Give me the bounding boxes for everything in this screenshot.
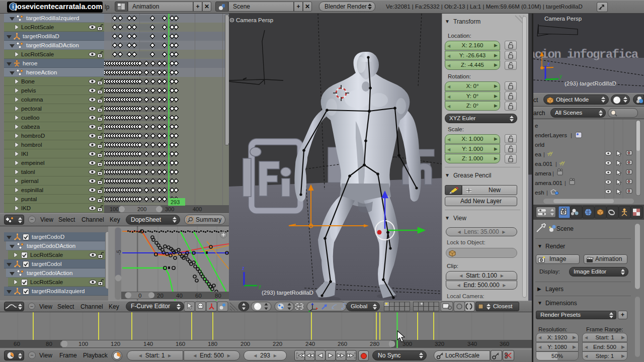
svg-text:120: 120 [111, 341, 120, 347]
svg-text:100: 100 [78, 341, 88, 347]
svg-text:(293) targetRodillaD: (293) targetRodillaD [565, 80, 616, 86]
svg-text:360: 360 [500, 341, 509, 347]
svg-text:|: | [546, 190, 548, 196]
svg-text:y: y [559, 73, 562, 79]
svg-text:200: 200 [137, 206, 146, 212]
svg-text:220: 220 [273, 341, 282, 347]
svg-text:|: | [543, 151, 545, 157]
svg-text:400: 400 [193, 206, 202, 212]
svg-text:z: z [242, 265, 245, 271]
svg-text:e: e [535, 123, 538, 129]
svg-text:80: 80 [46, 341, 52, 347]
svg-text:z: z [547, 61, 550, 67]
svg-text:acion infografica: acion infografica [533, 48, 638, 61]
svg-text:293: 293 [171, 199, 180, 205]
svg-text:ea.001: ea.001 [535, 161, 552, 167]
svg-text:amera: amera [535, 170, 551, 176]
svg-text:60: 60 [195, 293, 202, 299]
svg-text:260: 260 [338, 341, 347, 347]
svg-text:|: | [571, 132, 572, 138]
svg-text:20: 20 [157, 293, 164, 299]
svg-text:280: 280 [370, 341, 379, 347]
svg-text:|: | [555, 161, 557, 167]
svg-text:320: 320 [435, 341, 444, 347]
svg-text:|: | [565, 180, 566, 186]
svg-text:orld: orld [535, 142, 544, 148]
svg-text:enderLayers: enderLayers [535, 132, 567, 138]
svg-text:0: 0 [138, 293, 141, 299]
svg-text:Camera Persp: Camera Persp [544, 16, 582, 22]
svg-text:240: 240 [305, 341, 315, 347]
svg-text:-5: -5 [116, 250, 122, 255]
svg-text:80: 80 [215, 293, 221, 299]
svg-text:180: 180 [208, 341, 217, 347]
svg-text:40: 40 [176, 293, 183, 299]
svg-text:y: y [259, 284, 261, 289]
svg-text:amera.001: amera.001 [535, 180, 562, 186]
svg-text:200: 200 [240, 341, 250, 347]
svg-text:300: 300 [165, 206, 174, 212]
svg-text:|: | [552, 170, 554, 176]
svg-text:(293) targetRodillaD: (293) targetRodillaD [262, 290, 313, 296]
svg-text:Camera Persp: Camera Persp [236, 17, 273, 23]
svg-text:esh: esh [535, 190, 544, 196]
svg-text:140: 140 [143, 341, 153, 347]
svg-text:340: 340 [467, 341, 477, 347]
svg-text:ea: ea [535, 151, 541, 157]
svg-text:160: 160 [176, 341, 185, 347]
svg-text:100: 100 [110, 206, 119, 212]
svg-text:60: 60 [14, 341, 20, 347]
